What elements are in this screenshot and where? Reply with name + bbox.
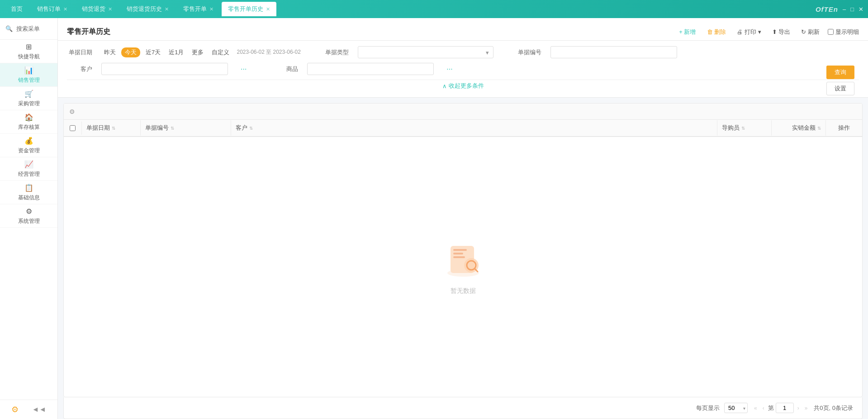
close-btn[interactable]: ✕: [859, 6, 863, 13]
customer-dots[interactable]: ···: [237, 63, 250, 75]
search-icon: 🔍: [5, 25, 13, 32]
tab-retail-open-history-close[interactable]: ✕: [266, 6, 270, 12]
sidebar-item-finance[interactable]: 💰 资金管理: [0, 134, 57, 157]
page-number-input[interactable]: [776, 403, 794, 413]
sidebar-item-base-info[interactable]: 📋 基础信息: [0, 181, 57, 204]
add-label: + 新增: [679, 28, 696, 36]
finance-icon: 💰: [24, 137, 33, 145]
customer-input[interactable]: [101, 63, 228, 75]
sidebar-item-finance-label: 资金管理: [18, 147, 40, 155]
sidebar-item-quick-nav-label: 快捷导航: [18, 53, 40, 61]
tab-sales-order-close[interactable]: ✕: [63, 6, 67, 12]
tab-sales-return-history-close[interactable]: ✕: [165, 6, 169, 12]
th-amount: 实销金额 ⇅: [772, 120, 826, 136]
date-yesterday[interactable]: 昨天: [101, 47, 119, 57]
tab-sales-order[interactable]: 销售订单 ✕: [31, 2, 74, 16]
query-button[interactable]: 查询: [826, 66, 854, 79]
display-detail-check[interactable]: [828, 29, 834, 35]
date-custom[interactable]: 自定义: [209, 47, 232, 57]
tab-retail-open-label: 零售开单: [183, 5, 207, 13]
export-label: ⬆ 导出: [772, 28, 791, 36]
sidebar-item-inventory[interactable]: 🏠 库存核算: [0, 110, 57, 134]
page-size-label: 每页显示: [696, 404, 720, 412]
tab-retail-open[interactable]: 零售开单 ✕: [177, 2, 220, 16]
top-navbar: 首页 销售订单 ✕ 销货退货 ✕ 销货退货历史 ✕ 零售开单 ✕ 零售开单历史 …: [0, 0, 868, 18]
print-label: 🖨 打印: [737, 28, 756, 36]
tab-home-label: 首页: [11, 5, 23, 13]
sidebar-item-sales-mgmt-label: 销售管理: [18, 76, 40, 84]
display-detail-label: 显示明细: [835, 28, 859, 36]
sidebar-item-system-mgmt[interactable]: ⚙ 系统管理: [0, 204, 57, 228]
sidebar-item-quick-nav[interactable]: ⊞ 快捷导航: [0, 40, 57, 63]
display-detail-checkbox[interactable]: 显示明细: [828, 28, 859, 36]
table-settings-icon[interactable]: ⚙: [69, 108, 75, 115]
sort-amount-icon[interactable]: ⇅: [817, 126, 821, 131]
prev-page-btn[interactable]: ‹: [761, 404, 766, 412]
date-more[interactable]: 更多: [189, 47, 206, 57]
export-button[interactable]: ⬆ 导出: [769, 26, 793, 38]
sidebar-item-purchase-mgmt-label: 采购管理: [18, 100, 40, 108]
page-size-select[interactable]: 10 20 50 100: [724, 403, 748, 413]
refresh-button[interactable]: ↻ 刷新: [798, 26, 822, 38]
th-checkbox: [64, 122, 82, 135]
operations-icon: 📈: [24, 160, 33, 169]
print-button[interactable]: 🖨 打印 ▾: [734, 26, 764, 38]
sidebar-item-operations[interactable]: 📈 经营管理: [0, 157, 57, 181]
tab-sales-return-close[interactable]: ✕: [108, 6, 112, 12]
tab-sales-return-history[interactable]: 销货退货历史 ✕: [120, 2, 175, 16]
collapse-row: ∧ 收起更多条件: [67, 80, 859, 92]
sidebar-item-sales-mgmt[interactable]: 📊 销售管理: [0, 63, 57, 87]
main-layout: 🔍 搜索采单 ⊞ 快捷导航 📊 销售管理 🛒 采购管理 🏠 库存核算 💰 资金管…: [0, 18, 868, 419]
svg-rect-3: [453, 253, 463, 254]
date-options: 昨天 今天 近7天 近1月 更多 自定义 2023-06-02 至 2023-0…: [101, 47, 301, 57]
date-last-month[interactable]: 近1月: [166, 47, 186, 57]
select-all-checkbox[interactable]: [70, 125, 76, 131]
purchase-mgmt-icon: 🛒: [24, 89, 33, 98]
tab-sales-return[interactable]: 销货退货 ✕: [76, 2, 119, 16]
svg-rect-2: [453, 249, 467, 251]
delete-label: 🗑 删除: [707, 28, 726, 36]
add-button[interactable]: + 新增: [676, 26, 698, 38]
date-today[interactable]: 今天: [121, 47, 140, 57]
th-billno: 单据编号 ⇅: [141, 120, 231, 136]
maximize-btn[interactable]: □: [850, 6, 854, 13]
bill-type-select[interactable]: [358, 46, 493, 58]
tab-retail-open-history[interactable]: 零售开单历史 ✕: [222, 2, 276, 16]
bill-type-label: 单据类型: [323, 48, 349, 56]
sort-salesperson-icon[interactable]: ⇅: [741, 126, 745, 131]
bill-type-select-wrap: [358, 46, 493, 58]
next-page-btn[interactable]: ›: [796, 404, 801, 412]
delete-button[interactable]: 🗑 删除: [704, 26, 729, 38]
sidebar-search[interactable]: 🔍 搜索采单: [0, 18, 57, 40]
toolbar: + 新增 🗑 删除 🖨 打印 ▾ ⬆ 导出 ↻ 刷新 显示明细: [676, 26, 859, 38]
last-page-btn[interactable]: »: [803, 404, 810, 412]
sidebar-item-purchase-mgmt[interactable]: 🛒 采购管理: [0, 87, 57, 110]
date-range-text: 2023-06-02 至 2023-06-02: [237, 48, 300, 56]
page-header: 零售开单历史 + 新增 🗑 删除 🖨 打印 ▾ ⬆ 导出 ↻ 刷新: [58, 18, 868, 41]
first-page-btn[interactable]: «: [752, 404, 759, 412]
sidebar-collapse-icon[interactable]: ◄◄: [32, 405, 46, 414]
goods-dots[interactable]: ···: [443, 63, 456, 75]
tab-home[interactable]: 首页: [5, 2, 29, 16]
sort-date-icon[interactable]: ⇅: [112, 126, 115, 131]
sort-customer-icon[interactable]: ⇅: [249, 126, 253, 131]
customer-filter-label: 客户: [67, 65, 92, 73]
filter-row-2: 客户 ··· 商品 ···: [67, 63, 859, 75]
sidebar-item-base-info-label: 基础信息: [18, 194, 40, 202]
sidebar-settings-icon[interactable]: ⚙: [11, 405, 19, 414]
settings-button[interactable]: 设置: [826, 82, 854, 95]
system-mgmt-icon: ⚙: [26, 207, 32, 216]
sidebar-item-operations-label: 经营管理: [18, 170, 40, 178]
print-dropdown-icon[interactable]: ▾: [758, 28, 761, 35]
collapse-button[interactable]: ∧ 收起更多条件: [442, 82, 484, 90]
date-last7[interactable]: 近7天: [143, 47, 163, 57]
minimize-btn[interactable]: –: [843, 6, 846, 13]
goods-input[interactable]: [307, 63, 434, 75]
sort-billno-icon[interactable]: ⇅: [171, 126, 174, 131]
th-date: 单据日期 ⇅: [82, 120, 141, 136]
window-controls: OfTEn – □ ✕: [816, 5, 863, 13]
bill-no-input[interactable]: [550, 46, 677, 58]
th-action: 操作: [826, 120, 862, 136]
base-info-icon: 📋: [24, 184, 33, 192]
tab-retail-open-close[interactable]: ✕: [209, 6, 213, 12]
